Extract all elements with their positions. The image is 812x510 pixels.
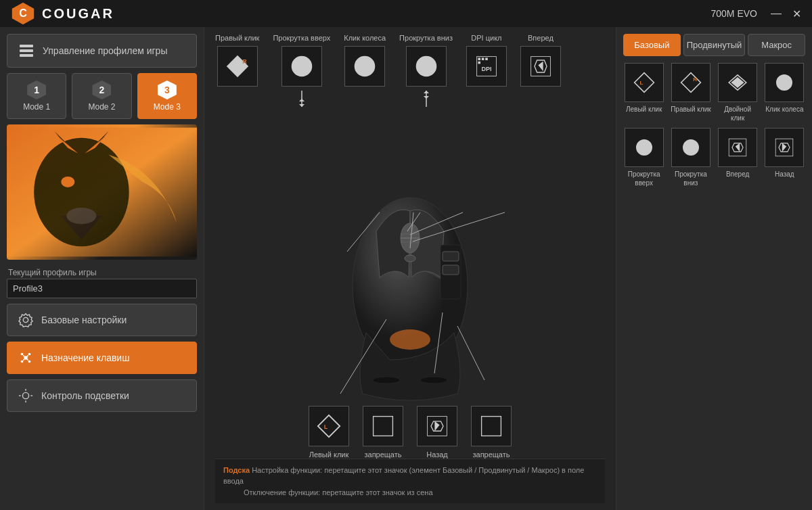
action-wheel-click-box[interactable] (765, 63, 804, 102)
svg-point-15 (23, 317, 28, 322)
scroll-up-icon (290, 54, 314, 78)
action-left-click-box[interactable]: L (625, 63, 664, 102)
mode1-button[interactable]: 1 Mode 1 (7, 73, 66, 119)
back-label: Назад (426, 450, 448, 459)
mode2-button[interactable]: 2 Mode 2 (72, 73, 131, 119)
scroll-down-box[interactable] (406, 46, 447, 87)
forbidden-box-1[interactable] (363, 406, 403, 446)
svg-point-25 (22, 392, 28, 398)
action-wheel-click-label: Клик колеса (765, 105, 803, 114)
basic-settings-label: Базовые настройки (41, 315, 127, 325)
action-scroll-up[interactable]: Прокрутка вверх (623, 128, 664, 187)
svg-rect-48 (478, 62, 480, 64)
dpi-item: DPI цикл DPI (466, 34, 507, 87)
right-click-icon: R (225, 54, 250, 78)
svg-line-21 (23, 355, 24, 356)
action-back-icon (773, 137, 795, 158)
top-button-bar: Правый клик R Прокрутка вверх (215, 34, 605, 107)
scroll-up-box[interactable] (281, 46, 322, 87)
wheel-click-box[interactable] (344, 46, 385, 87)
action-double-click-box[interactable] (718, 63, 757, 102)
action-wheel-click-icon (773, 72, 795, 93)
mode1-label: Mode 1 (23, 102, 50, 112)
action-forward-label: Вперед (726, 170, 749, 179)
svg-marker-14 (19, 314, 32, 327)
svg-marker-94 (736, 143, 740, 152)
window-controls[interactable]: — ✕ (771, 7, 801, 20)
banner-graphic (7, 124, 197, 260)
svg-point-17 (21, 353, 24, 356)
profile-input[interactable] (7, 279, 197, 298)
back-box[interactable] (417, 406, 457, 446)
left-click-bottom-label: Левый клик (309, 450, 349, 459)
svg-text:R: R (693, 76, 697, 83)
action-scroll-up-box[interactable] (625, 128, 664, 167)
tab-advanced[interactable]: Продвинутый (683, 34, 746, 56)
lighting-button[interactable]: Контроль подсветки (7, 379, 197, 412)
mode2-number: 2 (92, 80, 111, 99)
minimize-button[interactable]: — (771, 7, 782, 20)
back-item: Назад (417, 406, 457, 459)
mode3-button[interactable]: 3 Mode 3 (137, 73, 197, 119)
svg-rect-61 (443, 252, 459, 261)
mode1-number: 1 (27, 80, 46, 99)
action-right-click-box[interactable]: R (671, 63, 710, 102)
sidebar: Управление профилем игры 1 Mode 1 2 Mode… (0, 27, 204, 510)
hint-area: Подска Настройка функции: перетащите это… (215, 459, 605, 504)
forward-label: Вперед (528, 34, 554, 42)
action-forward-box[interactable] (718, 128, 757, 167)
scroll-down-icon (414, 54, 438, 78)
action-scroll-down-box[interactable] (671, 128, 710, 167)
forbidden-icon-1 (371, 414, 395, 438)
svg-line-23 (23, 359, 24, 361)
svg-rect-2 (20, 45, 33, 47)
hint-line2: Отключение функции: перетащите этот знач… (244, 488, 433, 496)
action-wheel-click[interactable]: Клик колеса (764, 63, 805, 122)
action-double-click-label: Двойной клик (717, 105, 759, 122)
action-double-click[interactable]: Двойной клик (717, 63, 759, 122)
close-button[interactable]: ✕ (792, 7, 801, 20)
cougar-banner (7, 124, 197, 260)
action-scroll-up-label: Прокрутка вверх (623, 170, 664, 187)
forbidden-icon-2 (479, 414, 503, 438)
action-right-click[interactable]: R Правый клик (670, 63, 711, 122)
right-click-box[interactable]: R (217, 46, 258, 87)
action-scroll-up-icon (633, 137, 655, 158)
action-right-click-icon: R (680, 72, 702, 93)
forbidden-box-2[interactable] (471, 406, 512, 446)
svg-text:R: R (242, 58, 247, 65)
key-assignment-button[interactable]: Назначение клавиш (7, 342, 197, 374)
svg-text:DPI: DPI (481, 66, 491, 72)
scroll-down-label: Прокрутка вниз (399, 34, 453, 42)
settings-icon (18, 312, 33, 327)
action-back-box[interactable] (765, 128, 804, 167)
forward-box[interactable] (520, 46, 561, 87)
action-back[interactable]: Назад (764, 128, 805, 187)
left-click-icon: L (317, 414, 341, 438)
left-click-box[interactable]: L (309, 406, 349, 446)
svg-line-24 (27, 359, 28, 361)
svg-point-18 (28, 353, 31, 356)
scroll-up-item: Прокрутка вверх (273, 34, 330, 107)
action-left-click[interactable]: L Левый клик (623, 63, 664, 122)
svg-point-63 (373, 377, 400, 384)
tab-basic[interactable]: Базовый (623, 34, 681, 56)
right-click-item: Правый клик R (215, 34, 259, 87)
scroll-up-label: Прокрутка вверх (273, 34, 330, 42)
action-forward-icon (727, 137, 748, 158)
action-back-label: Назад (775, 170, 794, 179)
basic-settings-button[interactable]: Базовые настройки (7, 304, 197, 336)
profile-management-button[interactable]: Управление профилем игры (7, 34, 197, 68)
svg-text:L: L (639, 80, 643, 86)
svg-marker-42 (424, 91, 429, 93)
dpi-box[interactable]: DPI (466, 46, 507, 87)
tab-macro[interactable]: Макрос (748, 34, 805, 56)
action-forward[interactable]: Вперед (717, 128, 759, 187)
action-scroll-down[interactable]: Прокрутка вниз (670, 128, 711, 187)
center-panel: Правый клик R Прокрутка вверх (204, 27, 616, 510)
svg-marker-80 (634, 73, 654, 93)
svg-rect-79 (482, 416, 501, 436)
svg-point-11 (61, 177, 74, 187)
svg-marker-43 (424, 96, 429, 99)
forbidden-label-2: запрещать (472, 450, 510, 459)
